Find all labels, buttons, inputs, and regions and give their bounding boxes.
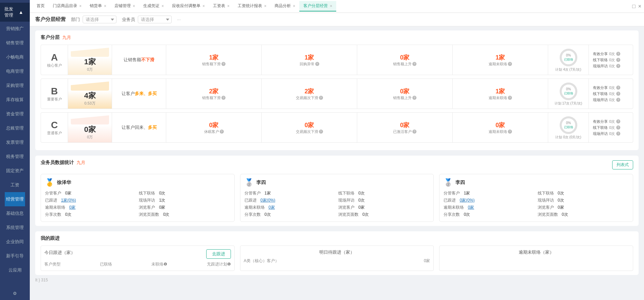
tier-stat-B-2[interactable]: 0家 销售额上升 ? <box>357 79 453 109</box>
biz-stat-label-staff1-1-1: 现场拜访 <box>139 198 155 203</box>
restore-icon[interactable]: □ <box>632 3 636 9</box>
tier-stat-B-3[interactable]: 1家 逾期未联络 ? <box>453 79 548 109</box>
right-stat-label-B-1: 线下联络 <box>593 91 608 96</box>
sidebar-item-zijin[interactable]: 资金管理 <box>5 107 25 121</box>
tab-close-payroll[interactable]: × <box>227 4 230 8</box>
sidebar-item-xinshou[interactable]: 新手引导 <box>5 249 25 263</box>
tier-stat-A-2[interactable]: 0家 销售额上升 ? <box>357 45 453 75</box>
right-stat-val-C-0: 0次 <box>609 119 615 124</box>
biz-stat-val-staff2-0-1: 0次 <box>358 190 365 196</box>
right-stat-B-2: 现场拜访 0次 ? <box>593 97 629 102</box>
info-icon-B-1: ? <box>319 96 323 100</box>
tab-close-payroll_report[interactable]: × <box>264 4 266 8</box>
tier-stat-num-C-1: 0家 <box>304 121 314 129</box>
tier-count-B[interactable]: 4家 0.53万 <box>68 79 112 109</box>
tier-stat-A-0[interactable]: 1家 销售额下滑 ? <box>166 45 262 75</box>
sidebar-item-dianshang[interactable]: 电商管理 <box>5 64 25 78</box>
biz-stat-val-staff3-0-0: 1家 <box>464 190 470 196</box>
sidebar-item-shuiwu[interactable]: 税务管理 <box>5 149 25 164</box>
biz-stat-label-staff1-3-0: 分享次数 <box>45 212 61 217</box>
sidebar-item-xiaodian[interactable]: 小畅电商 <box>5 50 25 64</box>
tab-close-sales_order[interactable]: × <box>104 4 106 8</box>
sidebar-item-kucun[interactable]: 库存核算 <box>5 93 25 107</box>
sidebar-header: 批发管理 ▲ <box>0 3 30 22</box>
tier-letter-A: A <box>51 52 58 63</box>
tier-stat-B-1[interactable]: 2家 交易频次下滑 ? <box>262 79 357 109</box>
sidebar-settings[interactable]: ⚙ <box>0 287 30 300</box>
biz-stat-val-staff3-3-1: 0次 <box>562 212 568 217</box>
tab-close-customer_tier[interactable]: × <box>330 4 332 8</box>
tab-ar_adjust[interactable]: 应收应付调整单× <box>168 1 209 11</box>
biz-stat-staff3-2-1: 浏览客户 0家 <box>538 205 629 210</box>
tier-stat-C-3[interactable]: 0家 逾期未联络 ? <box>453 113 548 142</box>
info-icon-C-1: ? <box>319 130 323 134</box>
biz-section-title: 业务员数据统计 九月 <box>41 160 85 166</box>
tab-payroll_report[interactable]: 工资统计报表× <box>234 1 271 11</box>
right-stat-A-0: 有效分享 0次 ? <box>593 51 629 56</box>
tab-product_analysis[interactable]: 商品分析× <box>271 1 299 11</box>
biz-stat-val-staff1-2-0[interactable]: 0家 <box>69 205 76 210</box>
list-view-button[interactable]: 列表式 <box>612 160 633 169</box>
overdue-followup-col: 逾期未联络（家） <box>439 246 633 271</box>
tier-stat-C-2[interactable]: 0家 已激活客户 ? <box>357 113 453 142</box>
right-stat-val-A-1: 0次 <box>609 57 615 63</box>
tab-close-ar_adjust[interactable]: × <box>202 4 205 8</box>
right-stat-info-C-1: ? <box>616 125 620 130</box>
staff-select[interactable]: 请选择 <box>138 16 172 23</box>
tier-circle-A[interactable]: 0% 已联络 计划 4次 (7天/次) <box>548 45 589 75</box>
biz-stat-val-staff2-1-0[interactable]: 0家(0%) <box>260 198 275 203</box>
tier-label-A: A核心客户 <box>41 45 68 75</box>
biz-section: 业务员数据统计 九月 列表式 🥇 徐泽华 分管客户 0家线下联络 0次已跟进 1… <box>35 156 639 226</box>
biz-stat-val-staff3-2-0[interactable]: 0家 <box>468 205 474 210</box>
tier-stat-A-1[interactable]: 1家 回购异常 ? <box>262 45 357 75</box>
biz-stat-staff3-0-1: 线下联络 0次 <box>538 190 629 196</box>
sidebar-item-xiaoshou[interactable]: 销售管理 <box>5 36 25 50</box>
tab-payroll[interactable]: 工资表× <box>209 1 234 11</box>
tab-store_products[interactable]: 门店商品目录× <box>49 1 86 11</box>
tier-circle-B[interactable]: 0% 已联络 计划 17次 (7天/次) <box>548 79 589 109</box>
tab-voucher[interactable]: 生成凭证× <box>139 1 168 11</box>
sidebar-item-gudingzichan[interactable]: 固定资产 <box>5 164 25 178</box>
biz-stat-val-staff1-1-0[interactable]: 1家(0%) <box>61 198 76 203</box>
biz-stat-val-staff2-2-0[interactable]: 0家 <box>269 205 275 210</box>
sidebar-item-jingying[interactable]: 经营管理 <box>5 192 25 206</box>
tab-close-store_products[interactable]: × <box>79 4 82 8</box>
tier-count-C[interactable]: 0家 0万 <box>68 113 112 142</box>
tab-home[interactable]: 首页 <box>33 1 49 11</box>
tier-stat-C-1[interactable]: 0家 交易频次下滑 ? <box>262 113 357 142</box>
biz-stat-label-staff2-1-1: 现场拜访 <box>338 198 355 203</box>
goto-followup-button[interactable]: 去跟进 <box>206 249 231 259</box>
sidebar-item-yun[interactable]: 云应用 <box>5 263 25 277</box>
tab-store_mgmt[interactable]: 店铺管理× <box>110 1 139 11</box>
sidebar-item-jichu[interactable]: 基础信息 <box>5 206 25 221</box>
svg-text:已联络: 已联络 <box>564 58 573 61</box>
tab-sales_order[interactable]: 销货单× <box>86 1 110 11</box>
tomorrow-a-val: 0家 <box>424 258 430 264</box>
sidebar-item-fapiao[interactable]: 发票管理 <box>5 135 25 149</box>
biz-stat-val-staff3-1-0[interactable]: 0家(0%) <box>460 198 475 203</box>
dept-select[interactable]: 请选择 <box>83 16 116 23</box>
sidebar-item-zhangbu[interactable]: 总账管理 <box>5 121 25 135</box>
tab-customer_tier[interactable]: 客户分层经营× <box>299 1 336 11</box>
tier-stat-C-0[interactable]: 0家 休眠客户 ? <box>166 113 262 142</box>
biz-stat-staff2-2-1: 浏览客户 0家 <box>338 205 429 210</box>
tier-circle-C[interactable]: 0% 已联络 计划 0次 (0天/次) <box>548 113 589 142</box>
tier-stat-B-0[interactable]: 2家 销售额下滑 ? <box>166 79 262 109</box>
sidebar-item-yingxiao[interactable]: 营销推广 <box>5 22 25 36</box>
main-area: 首页门店商品目录×销货单×店铺管理×生成凭证×应收应付调整单×工资表×工资统计报… <box>30 0 644 300</box>
sidebar-collapse-icon[interactable]: ▲ <box>15 9 27 15</box>
tab-close-store_mgmt[interactable]: × <box>133 4 135 8</box>
sidebar-item-gongzi[interactable]: 工资 <box>5 178 25 192</box>
biz-stat-staff2-1-1: 现场拜访 0次 <box>338 198 429 203</box>
sidebar-item-xitong[interactable]: 系统管理 <box>5 221 25 235</box>
tab-close-voucher[interactable]: × <box>162 4 164 8</box>
tab-close-product_analysis[interactable]: × <box>293 4 295 8</box>
sidebar-item-caigou[interactable]: 采购管理 <box>5 78 25 93</box>
tier-count-A[interactable]: 1家 0万 <box>68 45 112 75</box>
more-filters-icon[interactable]: ··· <box>177 17 181 22</box>
close-window-icon[interactable]: × <box>638 3 641 9</box>
right-stat-B-0: 有效分享 0次 ? <box>593 85 629 90</box>
sidebar-item-qiye[interactable]: 企业协同 <box>5 235 25 249</box>
bottom-note: It } 315 <box>35 275 639 285</box>
tier-stat-A-3[interactable]: 1家 逾期未联络 ? <box>453 45 548 75</box>
